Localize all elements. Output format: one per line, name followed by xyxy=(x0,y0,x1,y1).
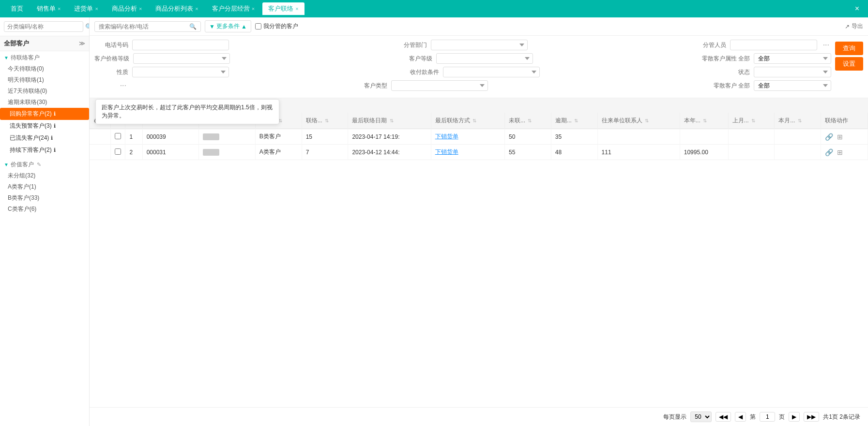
value-customers-edit[interactable]: ✎ xyxy=(37,162,41,168)
table-row: 2 000031 A类客户 7 2023-04-12 14:44: 下销货单 xyxy=(90,145,868,160)
nature-select[interactable] xyxy=(132,67,229,77)
my-customers-checkbox-label[interactable]: 我分管的客户 xyxy=(255,22,298,30)
all-customers-header[interactable]: 全部客户 ≫ xyxy=(0,36,89,51)
tab-customer-contact-close[interactable]: × xyxy=(295,6,298,12)
export-icon: ↗ xyxy=(845,23,850,30)
my-customers-checkbox[interactable] xyxy=(255,23,261,29)
manager-dots[interactable]: ··· xyxy=(821,41,831,49)
row4-dots[interactable]: ··· xyxy=(94,81,128,90)
col-overdue-header[interactable]: 逾期... ⇅ xyxy=(551,113,597,129)
retail-customer-label: 零散客户 全部 xyxy=(714,82,750,90)
search-box: 🔍 xyxy=(94,21,201,32)
row1-last-method[interactable]: 下销货单 xyxy=(431,129,504,145)
row2-last-method[interactable]: 下销货单 xyxy=(431,145,504,160)
row2-checkbox[interactable] xyxy=(111,145,125,160)
tab-customer-tier-close[interactable]: × xyxy=(252,6,255,12)
sidebar-item-unclassified[interactable]: 未分组(32) xyxy=(0,170,89,181)
group-pending-contact[interactable]: ▼ 待联络客户 xyxy=(0,51,89,63)
tab-customer-tier[interactable]: 客户分层经营 × xyxy=(206,2,260,15)
row2-link-icon[interactable]: 🔗 xyxy=(825,148,833,156)
export-label: 导出 xyxy=(852,22,863,30)
contact-sort-icon: ⇅ xyxy=(325,118,329,123)
tab-customer-contact[interactable]: 客户联络 × xyxy=(262,2,304,15)
filter-bar: 🔍 ▼ 更多条件 ▲ 我分管的客户 ↗ 导出 xyxy=(90,17,868,36)
table-container[interactable]: ⚙ 客户编码 ⇅ 客户名称 xyxy=(90,113,868,407)
department-select[interactable] xyxy=(431,40,528,50)
row1-method-link[interactable]: 下销货单 xyxy=(435,133,458,140)
repurchase-label: 回购异常客户(2) xyxy=(10,110,52,118)
query-button[interactable]: 查询 xyxy=(835,42,863,55)
col-this-year-header[interactable]: 本年... ⇅ xyxy=(680,113,728,129)
tab-analysis-list[interactable]: 商品分析列表 × xyxy=(150,2,204,15)
row2-type: A类客户 xyxy=(255,145,302,160)
price-grade-label: 客户价格等级 xyxy=(94,55,129,63)
col-last-contact-method-header[interactable]: 最后联络方式 ⇅ xyxy=(431,113,504,129)
row2-grid-icon[interactable]: ⊞ xyxy=(837,148,843,156)
sidebar-search-input[interactable] xyxy=(4,21,83,32)
row1-grid-icon[interactable]: ⊞ xyxy=(837,133,843,141)
customer-grade-select[interactable] xyxy=(436,53,533,64)
page-number-input[interactable] xyxy=(760,412,775,422)
sidebar-item-declining[interactable]: 持续下滑客户(2) ℹ xyxy=(0,144,89,156)
row1-last-month xyxy=(728,129,775,145)
row2-check[interactable] xyxy=(115,148,121,155)
payment-select[interactable] xyxy=(443,67,540,77)
retail-customer-select[interactable]: 全部 xyxy=(754,80,831,91)
col-unit-contact-header[interactable]: 往来单位联系人 ⇅ xyxy=(597,113,680,129)
window-close-button[interactable]: × xyxy=(851,4,863,13)
col-last-contact-date-header[interactable]: 最后联络日期 ⇅ xyxy=(348,113,431,129)
col-last-month-header[interactable]: 上月... ⇅ xyxy=(728,113,775,129)
tab-analysis[interactable]: 商品分析 × xyxy=(106,2,148,15)
status-select[interactable] xyxy=(754,67,831,77)
sidebar-item-class-a[interactable]: A类客户(1) xyxy=(0,181,89,192)
price-grade-select[interactable] xyxy=(133,53,230,64)
tab-purchase-close[interactable]: × xyxy=(95,6,98,12)
settings-button[interactable]: 设置 xyxy=(835,57,863,71)
more-conditions-btn[interactable]: ▼ 更多条件 ▲ xyxy=(205,20,251,32)
row2-this-month xyxy=(775,145,821,160)
my-customers-label: 我分管的客户 xyxy=(263,22,298,30)
col-uncontacted-header[interactable]: 未联... ⇅ xyxy=(505,113,551,129)
tab-analysis-list-close[interactable]: × xyxy=(195,6,198,12)
churn-warning-info-icon: ℹ xyxy=(54,123,56,129)
sidebar-item-today[interactable]: 今天待联络(0) xyxy=(0,63,89,74)
nature-label: 性质 xyxy=(94,68,128,76)
sidebar-item-class-c[interactable]: C类客户(6) xyxy=(0,204,89,215)
export-button[interactable]: ↗ 导出 xyxy=(845,22,863,30)
first-page-btn[interactable]: ◀◀ xyxy=(716,412,731,422)
retail-attr-select[interactable]: 全部 xyxy=(754,53,831,64)
next-page-btn[interactable]: ▶ xyxy=(789,412,800,422)
tab-analysis-close[interactable]: × xyxy=(139,6,142,12)
sidebar-item-7days[interactable]: 近7天待联络(0) xyxy=(0,86,89,97)
customer-type-select[interactable] xyxy=(391,80,488,91)
tab-sales[interactable]: 销售单 × xyxy=(31,2,66,15)
col-contact-header[interactable]: 联络... ⇅ xyxy=(302,113,348,129)
row2-method-link[interactable]: 下销货单 xyxy=(435,148,458,155)
sidebar-item-churned[interactable]: 已流失客户(24) ℹ xyxy=(0,132,89,144)
search-input[interactable] xyxy=(99,23,187,30)
sidebar-item-churn-warning[interactable]: 流失预警客户(3) ℹ xyxy=(0,120,89,132)
sidebar-item-overdue[interactable]: 逾期未联络(30) xyxy=(0,97,89,108)
manager-input[interactable] xyxy=(730,40,817,50)
sidebar-item-tomorrow[interactable]: 明天待联络(1) xyxy=(0,74,89,86)
per-page-select[interactable]: 50 xyxy=(690,411,712,422)
tab-home[interactable]: 首页 xyxy=(5,2,29,15)
tab-sales-close[interactable]: × xyxy=(58,6,61,12)
row1-action-icons: 🔗 ⊞ xyxy=(825,133,864,141)
department-label: 分管部门 xyxy=(393,41,427,49)
sidebar-search-container: 🔍 xyxy=(0,17,89,36)
sidebar-item-repurchase-abnormal[interactable]: 回购异常客户(2) ℹ xyxy=(0,108,89,120)
row1-check[interactable] xyxy=(115,133,121,139)
sidebar-item-class-b[interactable]: B类客户(33) xyxy=(0,192,89,204)
row1-link-icon[interactable]: 🔗 xyxy=(825,133,833,141)
prev-page-btn[interactable]: ◀ xyxy=(735,412,746,422)
tab-purchase[interactable]: 进货单 × xyxy=(68,2,104,15)
phone-input[interactable] xyxy=(132,40,229,50)
per-page-label: 每页显示 xyxy=(663,413,686,421)
last-page-btn[interactable]: ▶▶ xyxy=(804,412,819,422)
col-this-month-header[interactable]: 本月... ⇅ xyxy=(775,113,821,129)
row1-actions: 🔗 ⊞ xyxy=(821,129,868,145)
row1-checkbox[interactable] xyxy=(111,129,125,145)
tooltip-text: 距客户上次交易时长，超过了此客户的平均交易周期的1.5倍，则视为异常。 xyxy=(102,104,273,119)
value-customers-group[interactable]: ▼ 价值客户 ✎ xyxy=(0,158,89,170)
